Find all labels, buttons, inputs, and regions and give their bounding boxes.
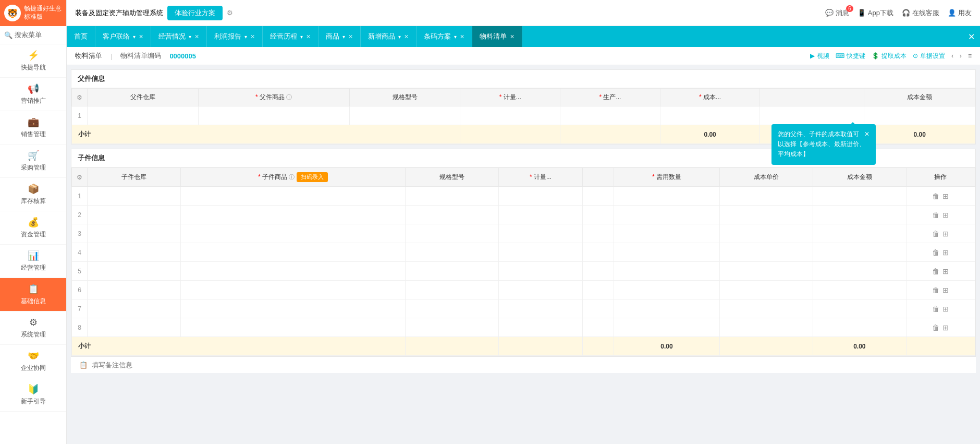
sidebar-item-quick-nav[interactable]: ⚡快捷导航	[0, 44, 66, 78]
bill-list-button[interactable]: ≡	[968, 52, 972, 59]
sidebar-item-enterprise[interactable]: 🤝企业协同	[0, 345, 66, 378]
child-row-2-qty[interactable]	[614, 206, 720, 224]
child-row-2-warehouse[interactable]	[88, 206, 181, 224]
extract-cost-button[interactable]: 💲 提取成本	[872, 52, 906, 61]
delete-icon-row-7[interactable]: 🗑	[932, 305, 939, 313]
delete-icon-row-6[interactable]: 🗑	[932, 286, 939, 294]
copy-icon-row-2[interactable]: ⊞	[942, 211, 949, 219]
child-row-4-warehouse[interactable]	[88, 243, 181, 262]
delete-icon-row-2[interactable]: 🗑	[932, 211, 939, 219]
child-row-4-unit[interactable]	[498, 243, 582, 262]
tab-history[interactable]: 经营历程 ▾ ✕	[263, 26, 318, 47]
child-row-3-qty[interactable]	[614, 224, 720, 243]
sidebar-item-marketing[interactable]: 📢营销推广	[0, 78, 66, 111]
child-row-5-unit[interactable]	[498, 262, 582, 281]
child-row-7-qty[interactable]	[614, 299, 720, 318]
sidebar-item-system[interactable]: ⚙系统管理	[0, 311, 66, 345]
copy-icon-row-8[interactable]: ⊞	[942, 323, 949, 332]
user-button[interactable]: 👤 用友	[948, 8, 972, 18]
scan-input-button[interactable]: 扫码录入	[297, 172, 328, 182]
video-button[interactable]: ▶ 视频	[810, 52, 829, 61]
copy-icon-row-6[interactable]: ⊞	[942, 286, 949, 294]
next-bill-button[interactable]: ›	[960, 52, 962, 59]
tab-home[interactable]: 首页	[67, 26, 95, 47]
copy-icon-row-4[interactable]: ⊞	[942, 248, 949, 257]
tab-new-goods-close[interactable]: ✕	[404, 33, 409, 40]
child-row-6-warehouse[interactable]	[88, 281, 181, 299]
child-row-6-qty[interactable]	[614, 281, 720, 299]
tab-bom-close[interactable]: ✕	[510, 33, 514, 40]
child-row-4-spec[interactable]	[405, 243, 498, 262]
child-row-4-qty[interactable]	[614, 243, 720, 262]
child-row-1-qty[interactable]	[614, 187, 720, 206]
settings-gear-icon[interactable]: ⚙	[77, 94, 82, 101]
sidebar-item-guide[interactable]: 🔰新手引导	[0, 378, 66, 412]
child-row-5-goods[interactable]	[181, 262, 406, 281]
online-service-button[interactable]: 🎧 在线客服	[902, 8, 939, 18]
tab-bom[interactable]: 物料清单 ✕	[472, 26, 522, 47]
copy-icon-row-1[interactable]: ⊞	[942, 192, 949, 200]
sidebar-item-finance[interactable]: 💰资金管理	[0, 211, 66, 245]
copy-icon-row-5[interactable]: ⊞	[942, 267, 949, 275]
parent-row-1-spec[interactable]	[349, 106, 460, 125]
child-row-1-spec[interactable]	[405, 187, 498, 206]
sidebar-search[interactable]: 🔍 搜索菜单	[0, 26, 66, 44]
tab-customer-close[interactable]: ✕	[139, 33, 143, 40]
child-row-7-unit[interactable]	[498, 299, 582, 318]
child-row-7-spec[interactable]	[405, 299, 498, 318]
child-row-3-spec[interactable]	[405, 224, 498, 243]
sidebar-item-purchase[interactable]: 🛒采购管理	[0, 145, 66, 178]
bill-settings-button[interactable]: ⊙ 单据设置	[913, 52, 945, 61]
trial-button[interactable]: 体验行业方案	[167, 6, 223, 20]
prev-bill-button[interactable]: ‹	[951, 52, 953, 59]
child-row-1-goods[interactable]	[181, 187, 406, 206]
tab-operations[interactable]: 经营情况 ▾ ✕	[151, 26, 207, 47]
child-row-2-unit[interactable]	[498, 206, 582, 224]
child-row-1-warehouse[interactable]	[88, 187, 181, 206]
child-row-5-warehouse[interactable]	[88, 262, 181, 281]
tab-new-goods[interactable]: 新增商品 ▾ ✕	[361, 26, 416, 47]
tab-goods-close[interactable]: ✕	[348, 33, 353, 40]
child-row-6-unit[interactable]	[498, 281, 582, 299]
child-row-3-goods[interactable]	[181, 224, 406, 243]
tab-history-close[interactable]: ✕	[306, 33, 311, 40]
tab-operations-close[interactable]: ✕	[194, 33, 199, 40]
child-row-8-spec[interactable]	[405, 318, 498, 337]
child-row-6-spec[interactable]	[405, 281, 498, 299]
delete-icon-row-5[interactable]: 🗑	[932, 267, 939, 275]
child-row-3-unit[interactable]	[498, 224, 582, 243]
child-row-8-unit[interactable]	[498, 318, 582, 337]
shortcut-button[interactable]: ⌨ 快捷键	[836, 52, 865, 61]
remark-input[interactable]	[92, 361, 967, 369]
child-row-4-goods[interactable]	[181, 243, 406, 262]
sidebar-item-inventory[interactable]: 📦库存核算	[0, 178, 66, 211]
close-all-tabs[interactable]: ✕	[963, 32, 980, 42]
child-row-6-goods[interactable]	[181, 281, 406, 299]
child-settings-icon[interactable]: ⚙	[77, 174, 82, 181]
child-row-5-qty[interactable]	[614, 262, 720, 281]
child-row-3-warehouse[interactable]	[88, 224, 181, 243]
app-download-button[interactable]: 📱 App下载	[858, 8, 893, 18]
tooltip-close-button[interactable]: ✕	[864, 129, 869, 139]
tab-customer[interactable]: 客户联络 ▾ ✕	[95, 26, 151, 47]
child-row-8-qty[interactable]	[614, 318, 720, 337]
tab-profit[interactable]: 利润报告 ▾ ✕	[207, 26, 263, 47]
delete-icon-row-4[interactable]: 🗑	[932, 248, 939, 257]
child-row-8-warehouse[interactable]	[88, 318, 181, 337]
message-button[interactable]: 💬 消息 6	[825, 8, 849, 18]
delete-icon-row-8[interactable]: 🗑	[932, 323, 939, 332]
tab-profit-close[interactable]: ✕	[250, 33, 255, 40]
child-row-8-goods[interactable]	[181, 318, 406, 337]
child-row-1-unit[interactable]	[498, 187, 582, 206]
child-row-7-warehouse[interactable]	[88, 299, 181, 318]
copy-icon-row-3[interactable]: ⊞	[942, 230, 949, 238]
copy-icon-row-7[interactable]: ⊞	[942, 305, 949, 313]
tab-barcode-close[interactable]: ✕	[460, 33, 464, 40]
delete-icon-row-1[interactable]: 🗑	[932, 192, 939, 200]
parent-row-1-goods[interactable]	[198, 106, 349, 125]
child-row-5-spec[interactable]	[405, 262, 498, 281]
child-row-2-spec[interactable]	[405, 206, 498, 224]
tab-goods[interactable]: 商品 ▾ ✕	[318, 26, 361, 47]
tab-barcode[interactable]: 条码方案 ▾ ✕	[416, 26, 472, 47]
sidebar-item-basic-info[interactable]: 📋基础信息	[0, 278, 66, 311]
